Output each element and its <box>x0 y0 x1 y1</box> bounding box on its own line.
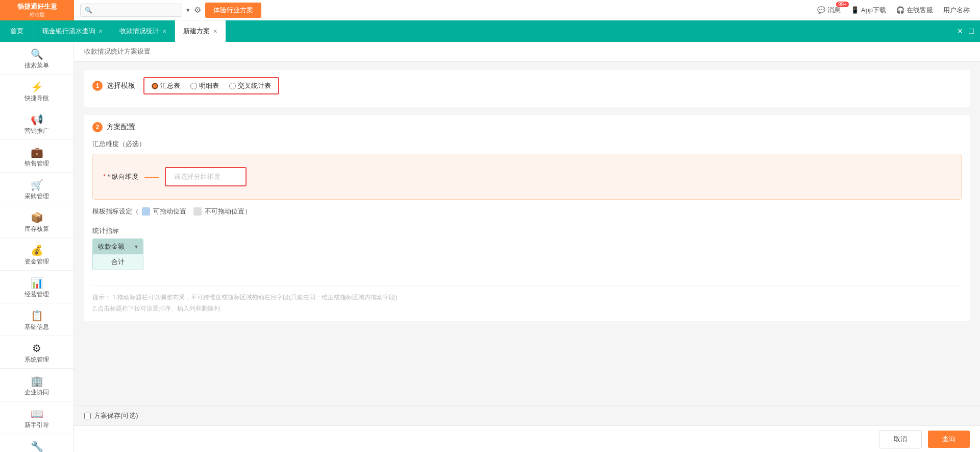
metrics-title-text: 模板指标设定（ <box>92 207 139 216</box>
draggable-indicator <box>142 207 150 216</box>
tab-new-plan-close[interactable]: × <box>213 27 217 35</box>
logo-text: 畅捷通好生意 <box>17 2 57 11</box>
download-btn[interactable]: 📱 App下载 <box>851 6 886 15</box>
sidebar-item-hardware[interactable]: 🔧 智能硬件 <box>0 434 74 452</box>
radio-cross[interactable]: 交叉统计表 <box>229 81 271 90</box>
tab-cash-flow-label: 现金银行流水查询 <box>42 27 95 36</box>
tab-bar-close-icon[interactable]: × <box>958 26 963 37</box>
tip-1: 提示： 1.拖动标题栏可以调整布局，不可跨维度或指标区域拖动栏目字段(只能在同一… <box>92 292 962 303</box>
support-btn[interactable]: 🎧 在线客服 <box>896 6 933 15</box>
tab-bar-maximize-icon[interactable]: □ <box>969 27 974 36</box>
step2-number: 2 <box>92 122 103 132</box>
indicators-area: 统计指标 收款金额 ▾ 合计 <box>92 221 962 275</box>
draggable-label: 可拖动位置 <box>153 207 186 216</box>
breadcrumb: 收款情况统计方案设置 <box>84 47 151 55</box>
search-icon: 🔍 <box>85 7 92 14</box>
sidebar-item-quick-nav[interactable]: ⚡ 快捷导航 <box>0 75 74 107</box>
vertical-dimension-label: * * 纵向维度 <box>103 172 138 181</box>
indicator-dropdown-icon: ▾ <box>135 243 138 250</box>
dimension-area: * * 纵向维度 —— 请选择分组维度 <box>92 154 962 200</box>
finance-icon: 💰 <box>31 244 43 256</box>
radio-summary-label: 汇总表 <box>160 81 180 90</box>
guide-icon: 📖 <box>31 408 43 420</box>
indicator-tag-receipts: 收款金额 ▾ 合计 <box>92 239 143 270</box>
sidebar-label-operations: 经营管理 <box>24 290 49 299</box>
indicator-header-receipts[interactable]: 收款金额 ▾ <box>93 239 143 254</box>
system-icon: ⚙ <box>32 342 41 354</box>
header-gear-btn[interactable]: ⚙ <box>194 5 201 15</box>
message-badge: 99+ <box>836 2 849 7</box>
template-selection-box: 汇总表 明细表 交叉统计表 <box>143 77 279 94</box>
tab-home[interactable]: 首页 <box>0 20 34 42</box>
tab-cash-flow-close[interactable]: × <box>99 27 103 35</box>
sidebar-item-purchase[interactable]: 🛒 采购管理 <box>0 173 74 205</box>
sidebar-item-operations[interactable]: 📊 经营管理 <box>0 271 74 303</box>
sidebar-label-basic-info: 基础信息 <box>24 323 49 331</box>
inventory-icon: 📦 <box>31 211 43 224</box>
user-name[interactable]: 用户名称 <box>943 6 970 15</box>
download-icon: 📱 <box>851 6 859 14</box>
sidebar-item-marketing[interactable]: 📢 营销推广 <box>0 107 74 140</box>
message-icon: 💬 <box>817 6 825 14</box>
tab-new-plan[interactable]: 新建方案 × <box>175 20 225 42</box>
sidebar-item-guide[interactable]: 📖 新手引导 <box>0 401 74 434</box>
message-btn[interactable]: 💬 消息 99+ <box>817 6 841 15</box>
page-header: 收款情况统计方案设置 <box>74 42 980 62</box>
query-button[interactable]: 查询 <box>928 431 970 448</box>
sidebar-item-search[interactable]: 🔍 搜索菜单 <box>0 42 74 75</box>
tab-receipts-label: 收款情况统计 <box>119 27 159 36</box>
metrics-settings: 模板指标设定（ 可拖动位置 不可拖动位置） 统计指标 <box>92 207 962 275</box>
step1-title: 选择模板 <box>107 81 135 90</box>
radio-detail[interactable]: 明细表 <box>190 81 219 90</box>
basic-info-icon: 📋 <box>31 310 43 322</box>
footer-save-bar: 方案保存(可选) <box>74 406 980 425</box>
tab-new-plan-label: 新建方案 <box>183 27 210 36</box>
tips-section: 提示： 1.拖动标题栏可以调整布局，不可跨维度或指标区域拖动栏目字段(只能在同一… <box>92 286 962 314</box>
tab-receipts-close[interactable]: × <box>162 27 166 35</box>
save-checkbox-label[interactable]: 方案保存(可选) <box>84 411 970 420</box>
action-bar: 取消 查询 <box>74 425 980 452</box>
cancel-button[interactable]: 取消 <box>879 430 922 448</box>
sidebar-item-system[interactable]: ⚙ 系统管理 <box>0 336 74 369</box>
sales-icon: 💼 <box>31 146 43 158</box>
save-checkbox[interactable] <box>84 413 91 419</box>
purchase-icon: 🛒 <box>31 179 43 191</box>
nav-tabs-bar: 首页 现金银行流水查询 × 收款情况统计 × 新建方案 × × □ <box>0 20 980 42</box>
hardware-icon: 🔧 <box>31 440 43 452</box>
radio-detail-label: 明细表 <box>199 81 219 90</box>
dimension-select-btn[interactable]: 请选择分组维度 <box>165 167 247 186</box>
page-content: 1 选择模板 汇总表 明细表 <box>74 62 980 406</box>
tab-cash-flow[interactable]: 现金银行流水查询 × <box>34 20 111 42</box>
sidebar-item-basic-info[interactable]: 📋 基础信息 <box>0 303 74 336</box>
sidebar-label-system: 系统管理 <box>24 355 49 364</box>
sidebar-item-inventory[interactable]: 📦 库存核算 <box>0 205 74 238</box>
sidebar-label-search: 搜索菜单 <box>24 61 49 70</box>
step2-title: 方案配置 <box>107 123 135 132</box>
tip-2: 2.点击标题栏下拉可设置排序、插入列和删除列 <box>92 303 962 315</box>
sidebar: 🔍 搜索菜单 ⚡ 快捷导航 📢 营销推广 💼 销售管理 🛒 采购管理 📦 库存核… <box>0 42 74 452</box>
dimension-section-title: 汇总维度（必选） <box>92 139 962 149</box>
header-search-box[interactable]: 🔍 <box>80 4 182 17</box>
operations-icon: 📊 <box>31 277 43 289</box>
logo-version: 标准版 <box>30 11 45 18</box>
sidebar-label-purchase: 采购管理 <box>24 192 49 201</box>
non-draggable-label: 不可拖动位置） <box>205 207 251 216</box>
step2-section: 2 方案配置 汇总维度（必选） * * 纵向维度 —— <box>84 115 970 321</box>
save-label-text: 方案保存(可选) <box>94 411 138 420</box>
content-area: 收款情况统计方案设置 1 选择模板 汇总表 <box>74 42 980 452</box>
marketing-icon: 📢 <box>31 113 43 126</box>
sidebar-label-marketing: 营销推广 <box>24 127 49 135</box>
sidebar-item-sales[interactable]: 💼 销售管理 <box>0 140 74 173</box>
header-dropdown-btn[interactable]: ▾ <box>186 6 190 14</box>
indicator-body-receipts: 合计 <box>93 254 143 270</box>
app-logo: 畅捷通好生意 标准版 <box>0 0 74 20</box>
sidebar-item-enterprise[interactable]: 🏢 企业协同 <box>0 369 74 401</box>
sidebar-label-inventory: 库存核算 <box>24 225 49 233</box>
tab-home-label: 首页 <box>10 27 23 36</box>
industry-btn[interactable]: 体验行业方案 <box>205 3 261 18</box>
tab-receipts[interactable]: 收款情况统计 × <box>111 20 175 42</box>
sidebar-item-finance[interactable]: 💰 资金管理 <box>0 238 74 271</box>
sidebar-label-guide: 新手引导 <box>24 421 49 430</box>
radio-summary[interactable]: 汇总表 <box>152 81 180 90</box>
sidebar-label-enterprise: 企业协同 <box>24 388 49 397</box>
